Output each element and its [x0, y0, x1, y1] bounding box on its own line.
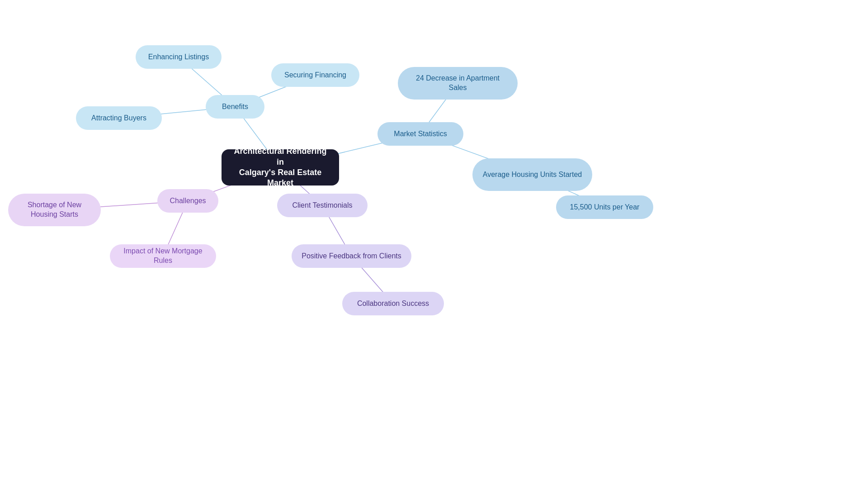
- avg-housing-node: Average Housing Units Started: [472, 158, 592, 191]
- collaboration-success-label: Collaboration Success: [357, 299, 429, 309]
- market-statistics-label: Market Statistics: [394, 129, 447, 139]
- center-node: Architectural Rendering in Calgary's Rea…: [222, 149, 339, 186]
- positive-feedback-label: Positive Feedback from Clients: [302, 252, 401, 261]
- collaboration-success-node: Collaboration Success: [342, 292, 444, 315]
- securing-financing-label: Securing Financing: [284, 71, 346, 80]
- client-testimonials-node: Client Testimonials: [277, 194, 368, 217]
- challenges-label: Challenges: [170, 196, 206, 206]
- mortgage-rules-node: Impact of New Mortgage Rules: [110, 244, 216, 268]
- decrease-apartment-label: 24 Decrease in Apartment Sales: [407, 74, 509, 93]
- mortgage-rules-label: Impact of New Mortgage Rules: [119, 247, 207, 266]
- benefits-node: Benefits: [206, 95, 264, 119]
- shortage-housing-node: Shortage of New Housing Starts: [8, 194, 101, 226]
- decrease-apartment-node: 24 Decrease in Apartment Sales: [398, 67, 518, 100]
- enhancing-listings-label: Enhancing Listings: [148, 52, 209, 62]
- units-per-year-node: 15,500 Units per Year: [556, 195, 653, 219]
- avg-housing-label: Average Housing Units Started: [483, 170, 582, 180]
- benefits-label: Benefits: [222, 102, 248, 112]
- attracting-buyers-label: Attracting Buyers: [91, 114, 146, 123]
- units-per-year-label: 15,500 Units per Year: [570, 203, 640, 212]
- center-label: Architectural Rendering in Calgary's Rea…: [231, 146, 330, 189]
- attracting-buyers-node: Attracting Buyers: [76, 106, 162, 130]
- market-statistics-node: Market Statistics: [377, 122, 463, 146]
- challenges-node: Challenges: [157, 189, 218, 213]
- positive-feedback-node: Positive Feedback from Clients: [292, 244, 411, 268]
- client-testimonials-label: Client Testimonials: [292, 201, 352, 210]
- securing-financing-node: Securing Financing: [271, 63, 359, 87]
- shortage-housing-label: Shortage of New Housing Starts: [17, 200, 92, 219]
- enhancing-listings-node: Enhancing Listings: [136, 45, 222, 69]
